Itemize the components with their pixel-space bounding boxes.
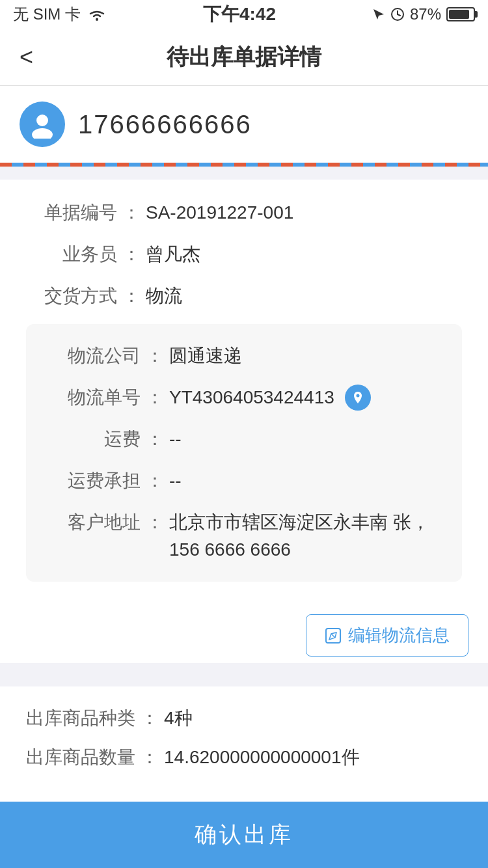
goods-types-label: 出库商品种类 — [26, 706, 135, 731]
svg-point-6 — [356, 394, 359, 398]
goods-section: 出库商品种类 ： 4种 出库商品数量 ： 14.620000000000001件 — [0, 686, 488, 789]
address-value: 北京市市辖区海淀区永丰南 张，156 6666 6666 — [169, 509, 439, 563]
freight-bearer-value: -- — [169, 467, 439, 495]
svg-line-3 — [398, 14, 400, 16]
goods-types-row: 出库商品种类 ： 4种 — [26, 706, 462, 731]
avatar — [20, 102, 65, 147]
sales-value: 曾凡杰 — [146, 241, 462, 268]
svg-point-5 — [32, 128, 53, 139]
logistics-company-value: 圆通速递 — [169, 342, 439, 370]
user-icon — [28, 110, 57, 139]
edit-icon — [325, 627, 342, 644]
edit-btn-row: 编辑物流信息 — [0, 601, 488, 663]
clock-icon — [390, 7, 405, 21]
contact-phone: 17666666666 — [78, 110, 252, 139]
map-pin-icon — [351, 390, 365, 405]
location-icon — [372, 8, 385, 21]
status-bar: 无 SIM 卡 下午4:42 87% — [0, 0, 488, 29]
address-label: 客户地址 — [49, 509, 141, 536]
goods-quantity-label: 出库商品数量 — [26, 745, 135, 770]
logistics-company-row: 物流公司 ： 圆通速递 — [49, 342, 439, 370]
svg-point-0 — [96, 18, 98, 21]
dashed-divider — [0, 163, 488, 167]
confirm-btn-wrapper: 确认出库 — [0, 802, 488, 868]
edit-logistics-label: 编辑物流信息 — [348, 624, 450, 647]
contact-header: 17666666666 — [0, 86, 488, 163]
order-number-value: SA-20191227-001 — [146, 199, 462, 226]
edit-logistics-button[interactable]: 编辑物流信息 — [306, 614, 468, 657]
section-divider-1 — [0, 663, 488, 673]
logistics-tracking-value: YT43064053424413 — [169, 384, 334, 411]
svg-line-8 — [331, 634, 335, 638]
nav-bar: < 待出库单据详情 — [0, 29, 488, 86]
logistics-tracking-row: 物流单号 ： YT43064053424413 — [49, 384, 439, 411]
page-title: 待出库单据详情 — [167, 42, 321, 72]
status-left: 无 SIM 卡 — [13, 4, 107, 25]
freight-label: 运费 — [49, 426, 141, 453]
order-number-label: 单据编号 — [26, 199, 117, 226]
back-button[interactable]: < — [20, 44, 33, 71]
delivery-row: 交货方式 ： 物流 — [26, 282, 462, 310]
delivery-value: 物流 — [146, 282, 462, 310]
freight-bearer-row: 运费承担 ： -- — [49, 467, 439, 495]
battery-percent: 87% — [410, 5, 441, 23]
order-info-section: 单据编号 ： SA-20191227-001 业务员 ： 曾凡杰 交货方式 ： … — [0, 180, 488, 601]
carrier-label: 无 SIM 卡 — [13, 4, 81, 25]
delivery-label: 交货方式 — [26, 282, 117, 310]
logistics-company-label: 物流公司 — [49, 342, 141, 370]
logistics-card: 物流公司 ： 圆通速递 物流单号 ： YT43064053424413 运费 ：… — [26, 324, 462, 582]
status-time: 下午4:42 — [203, 2, 276, 27]
status-right: 87% — [372, 5, 475, 23]
goods-quantity-row: 出库商品数量 ： 14.620000000000001件 — [26, 745, 462, 770]
address-row: 客户地址 ： 北京市市辖区海淀区永丰南 张，156 6666 6666 — [49, 509, 439, 563]
freight-row: 运费 ： -- — [49, 426, 439, 453]
wifi-icon — [87, 7, 107, 21]
order-number-row: 单据编号 ： SA-20191227-001 — [26, 199, 462, 226]
goods-types-value: 4种 — [164, 706, 193, 731]
sales-label: 业务员 — [26, 241, 117, 268]
battery-icon — [446, 7, 475, 21]
tracking-value-row: YT43064053424413 — [169, 384, 371, 411]
goods-quantity-value: 14.620000000000001件 — [164, 745, 360, 770]
svg-point-4 — [36, 115, 48, 126]
freight-value: -- — [169, 426, 439, 453]
sales-row: 业务员 ： 曾凡杰 — [26, 241, 462, 268]
freight-bearer-label: 运费承担 — [49, 467, 141, 495]
location-pin[interactable] — [345, 385, 371, 411]
logistics-tracking-label: 物流单号 — [49, 384, 141, 411]
confirm-button[interactable]: 确认出库 — [0, 820, 488, 850]
